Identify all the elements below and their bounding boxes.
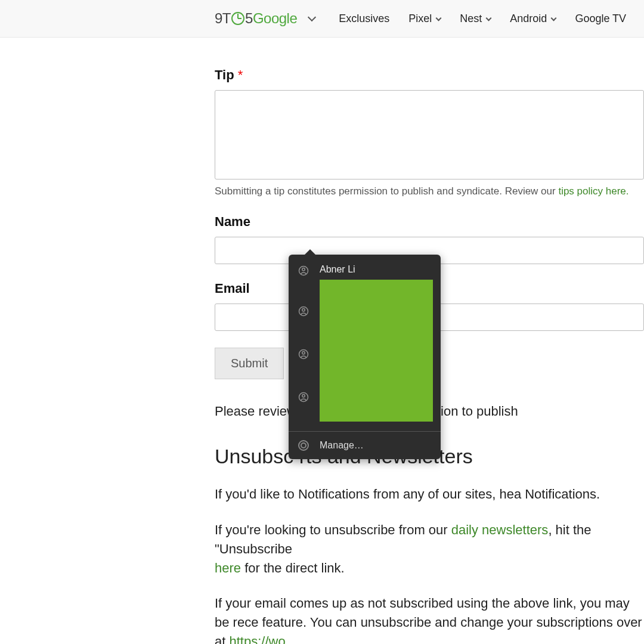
nav-googletv[interactable]: Google TV (575, 13, 626, 25)
logo-prefix: 9T (215, 10, 231, 27)
unsubscribe-p2: If you're looking to unsubscribe from ou… (215, 521, 644, 578)
chevron-down-icon (551, 15, 557, 21)
nav-exclusives[interactable]: Exclusives (339, 13, 389, 25)
svg-point-7 (302, 395, 305, 398)
chrome-icon (298, 440, 309, 451)
tips-policy-link[interactable]: tips policy here. (558, 185, 628, 197)
nav-nest[interactable]: Nest (460, 13, 491, 25)
logo-mid: 5 (245, 10, 253, 27)
tip-field-group: Tip * Submitting a tip constitutes permi… (215, 67, 644, 197)
nav-android[interactable]: Android (510, 13, 556, 25)
chevron-down-icon (308, 13, 316, 21)
person-icon (298, 392, 309, 402)
person-icon (298, 349, 309, 360)
site-menu-toggle[interactable] (309, 13, 315, 24)
person-icon (298, 265, 309, 276)
chevron-down-icon (436, 15, 442, 21)
tip-helper: Submitting a tip constitutes permission … (215, 185, 644, 197)
svg-point-3 (302, 309, 305, 312)
popup-arrow (304, 249, 316, 255)
clock-icon (231, 12, 244, 25)
autofill-name: Abner Li (320, 264, 433, 275)
tip-label: Tip * (215, 67, 644, 83)
main-nav: Exclusives Pixel Nest Android Google TV (339, 13, 626, 25)
autofill-extra-icons (298, 306, 309, 402)
unsubscribe-p1: If you'd like to Notifications from any … (215, 485, 644, 504)
name-label: Name (215, 214, 644, 230)
tip-input[interactable] (215, 90, 644, 179)
required-marker: * (238, 67, 243, 82)
manage-label: Manage… (320, 440, 364, 451)
nav-pixel[interactable]: Pixel (408, 13, 441, 25)
autofill-suggestion[interactable]: Abner Li (289, 258, 441, 429)
svg-point-1 (302, 268, 305, 271)
chevron-down-icon (486, 15, 492, 21)
person-icon (298, 306, 309, 317)
site-header: 9T5Google Exclusives Pixel Nest Android … (0, 0, 644, 38)
submit-button[interactable]: Submit (215, 348, 284, 379)
wordpress-link[interactable]: https://wo (229, 634, 285, 644)
site-logo[interactable]: 9T5Google (215, 10, 297, 27)
autofill-preview-swatch (320, 280, 433, 422)
autofill-popup: Abner Li Manage… (289, 255, 441, 459)
svg-point-5 (302, 352, 305, 355)
logo-suffix: Google (253, 10, 297, 27)
autofill-manage[interactable]: Manage… (289, 432, 441, 459)
unsubscribe-p3: If your email comes up as not subscribed… (215, 594, 644, 644)
here-link[interactable]: here (215, 561, 241, 575)
daily-newsletters-link[interactable]: daily newsletters (451, 522, 549, 537)
